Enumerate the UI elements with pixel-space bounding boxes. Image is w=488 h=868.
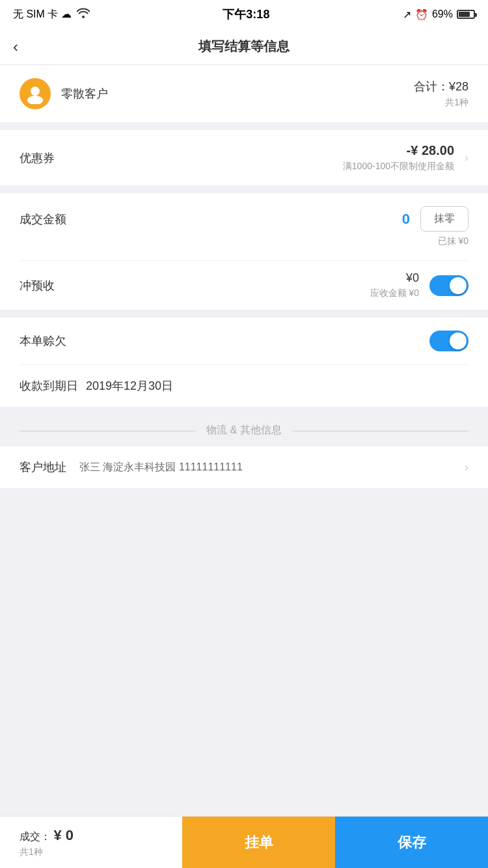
coupon-sub: 满1000-100不限制使用金额	[343, 161, 454, 172]
section-divider-4	[0, 407, 488, 414]
deal-amount-section: 成交金额 0 抹零 已抹 ¥0 冲预收 ¥0 应收金额 ¥0	[0, 193, 488, 310]
status-left: 无 SIM 卡 ☁	[13, 8, 90, 21]
debt-row: 本单赊欠	[0, 318, 488, 364]
address-chevron-icon: ›	[465, 461, 468, 474]
customer-row: 零散客户 合计：¥28 共1种	[0, 65, 488, 122]
debt-label: 本单赊欠	[20, 333, 66, 349]
customer-right: 合计：¥28 共1种	[414, 79, 468, 109]
due-date-value: 2019年12月30日	[86, 378, 173, 394]
address-row[interactable]: 客户地址 张三 海淀永丰科技园 11111111111 ›	[0, 446, 488, 488]
nav-bar: ‹ 填写结算等信息	[0, 29, 488, 65]
battery-percent: 69%	[432, 8, 453, 20]
address-value: 张三 海淀永丰科技园 11111111111	[79, 461, 452, 474]
prepay-toggle[interactable]	[429, 275, 468, 296]
deal-amount-row: 成交金额 0 抹零 已抹 ¥0	[0, 193, 488, 260]
prepay-top: 冲预收 ¥0 应收金额 ¥0	[20, 271, 468, 299]
debt-section: 本单赊欠 收款到期日 2019年12月30日	[0, 318, 488, 407]
due-date-label: 收款到期日	[20, 378, 78, 394]
due-date-row: 收款到期日 2019年12月30日	[0, 365, 488, 407]
status-time: 下午3:18	[223, 7, 269, 22]
status-right: ↗ ⏰ 69%	[403, 8, 475, 21]
footer-spacer	[0, 488, 488, 547]
address-section: 客户地址 张三 海淀永丰科技园 11111111111 ›	[0, 446, 488, 488]
prepay-label: 冲预收	[20, 278, 55, 293]
prepay-sub-value: 应收金额 ¥0	[370, 288, 419, 299]
status-bar: 无 SIM 卡 ☁ 下午3:18 ↗ ⏰ 69%	[0, 0, 488, 29]
footer-deal-label: 成交： ¥ 0	[20, 827, 163, 844]
toggle-knob	[450, 277, 467, 294]
coupon-discount: -¥ 28.00	[343, 143, 454, 158]
customer-section: 零散客户 合计：¥28 共1种	[0, 65, 488, 122]
deal-amount-sub: 已抹 ¥0	[20, 236, 468, 247]
prepay-right: ¥0 应收金额 ¥0	[370, 271, 468, 299]
coupon-section: 优惠券 -¥ 28.00 满1000-100不限制使用金额 ›	[0, 130, 488, 185]
main-content: 零散客户 合计：¥28 共1种 优惠券 -¥ 28.00 满1000-100不限…	[0, 65, 488, 547]
debt-toggle-knob	[450, 332, 467, 349]
no-sim-label: 无 SIM 卡 ☁	[13, 8, 72, 21]
prepay-row: 冲预收 ¥0 应收金额 ¥0	[0, 261, 488, 310]
page-title: 填写结算等信息	[198, 38, 290, 55]
section-divider-1	[0, 122, 488, 130]
logistics-header: 物流 & 其他信息	[0, 414, 488, 446]
section-divider-2	[0, 185, 488, 193]
logistics-title: 物流 & 其他信息	[196, 424, 292, 437]
back-button[interactable]: ‹	[13, 38, 18, 56]
bottom-footer: 成交： ¥ 0 共1种 挂单 保存	[0, 816, 488, 868]
section-divider-3	[0, 310, 488, 318]
avatar	[20, 78, 51, 109]
footer-count: 共1种	[20, 847, 163, 858]
prepay-main-value: ¥0	[370, 271, 419, 285]
deal-amount-value: 0	[402, 211, 410, 228]
footer-info: 成交： ¥ 0 共1种	[0, 827, 182, 858]
coupon-right: -¥ 28.00 满1000-100不限制使用金额 ›	[343, 143, 468, 172]
total-amount: 合计：¥28	[414, 79, 468, 94]
customer-left: 零散客户	[20, 78, 108, 109]
hang-order-button[interactable]: 挂单	[182, 817, 335, 869]
svg-point-0	[31, 87, 40, 96]
amount-top: 成交金额 0 抹零	[20, 206, 468, 232]
amount-right: 0 抹零	[402, 206, 468, 232]
customer-name: 零散客户	[61, 86, 108, 102]
save-button[interactable]: 保存	[335, 817, 488, 869]
battery-icon	[457, 10, 475, 19]
footer-deal-amount: ¥ 0	[53, 827, 74, 843]
coupon-row[interactable]: 优惠券 -¥ 28.00 满1000-100不限制使用金额 ›	[0, 130, 488, 185]
due-content: 收款到期日 2019年12月30日	[20, 378, 468, 394]
location-icon: ↗	[403, 8, 411, 21]
total-count: 共1种	[414, 97, 468, 109]
deal-amount-label: 成交金额	[20, 211, 66, 227]
coupon-label: 优惠券	[20, 150, 55, 166]
coupon-chevron-icon: ›	[465, 151, 468, 165]
round-zero-button[interactable]: 抹零	[420, 206, 468, 232]
svg-point-1	[27, 96, 43, 104]
wifi-icon	[77, 8, 90, 21]
prepay-values: ¥0 应收金额 ¥0	[370, 271, 419, 299]
debt-toggle[interactable]	[429, 331, 468, 351]
alarm-icon: ⏰	[415, 8, 428, 21]
address-label: 客户地址	[20, 459, 66, 475]
coupon-value-area: -¥ 28.00 满1000-100不限制使用金额	[343, 143, 454, 172]
